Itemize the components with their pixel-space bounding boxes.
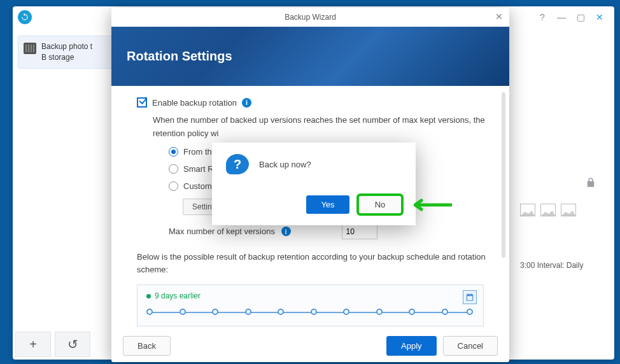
close-icon[interactable]: ✕: [590, 10, 609, 25]
no-button[interactable]: No: [358, 195, 402, 214]
max-versions-input[interactable]: [342, 224, 377, 239]
scrollbar[interactable]: [502, 92, 505, 258]
add-button[interactable]: +: [15, 332, 51, 357]
close-icon[interactable]: ✕: [495, 11, 503, 22]
bottom-toolbar: + ↺: [15, 332, 90, 357]
back-button[interactable]: Back: [123, 336, 171, 356]
radio-smart-recycle[interactable]: [169, 164, 178, 174]
app-logo: [18, 10, 32, 24]
apply-button[interactable]: Apply: [386, 336, 437, 356]
timeline-track: [146, 308, 474, 317]
sync-icon: [20, 13, 29, 22]
maximize-icon[interactable]: ▢: [571, 10, 590, 25]
image-thumb: [520, 204, 535, 216]
calendar-icon[interactable]: [463, 290, 477, 304]
annotation-arrow: [414, 199, 452, 214]
image-thumb: [540, 204, 556, 216]
task-card[interactable]: Backup photo t B storage: [18, 36, 120, 69]
cancel-button[interactable]: Cancel: [443, 336, 498, 356]
rotation-desc: When the number of backed up versions re…: [153, 114, 490, 141]
info-icon[interactable]: i: [281, 227, 291, 236]
enable-rotation-label: Enable backup rotation: [152, 98, 237, 108]
history-button[interactable]: ↺: [55, 332, 90, 357]
lock-icon[interactable]: [585, 177, 596, 191]
radio-custom[interactable]: [169, 181, 178, 191]
wizard-titlebar: Backup Wizard ✕: [111, 8, 509, 27]
confirm-message: Back up now?: [259, 160, 311, 169]
wizard-footer: Back Apply Cancel: [111, 329, 509, 362]
detail-panel: 3:00 Interval: Daily: [520, 172, 609, 270]
plus-icon: +: [29, 337, 37, 352]
question-icon: ?: [226, 154, 249, 174]
task-list: Backup photo t B storage: [18, 36, 120, 69]
history-icon: ↺: [67, 337, 78, 352]
confirm-dialog: ? Back up now? Yes No: [212, 143, 416, 225]
wizard-title: Backup Wizard: [285, 13, 336, 22]
task-text: Backup photo t B storage: [41, 41, 92, 63]
calendar-icon: [24, 43, 36, 54]
timeline-label: 9 days earlier: [146, 291, 474, 300]
retention-timeline: 9 days earlier: [137, 284, 484, 326]
yes-button[interactable]: Yes: [306, 195, 349, 214]
max-versions-label: Max number of kept versions: [169, 227, 275, 236]
help-icon[interactable]: ?: [533, 10, 552, 25]
enable-rotation-checkbox[interactable]: [137, 97, 147, 108]
info-icon[interactable]: i: [242, 98, 251, 108]
wizard-header: Rotation Settings: [111, 27, 509, 86]
minimize-icon[interactable]: —: [552, 10, 571, 25]
schedule-info: 3:00 Interval: Daily: [520, 261, 609, 270]
retention-preview-desc: Below is the possible result of backup r…: [137, 251, 490, 277]
image-thumb: [561, 204, 576, 216]
radio-from-earliest[interactable]: [169, 147, 178, 157]
page-title: Rotation Settings: [127, 49, 232, 64]
